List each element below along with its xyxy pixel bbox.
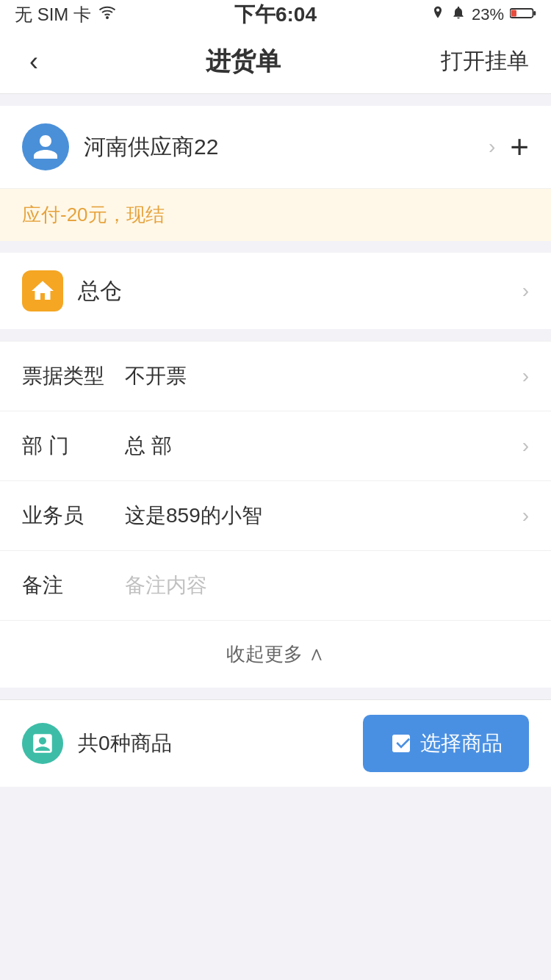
status-left: 无 SIM 卡 [15, 3, 116, 26]
product-count-text: 共0种商品 [78, 729, 363, 757]
department-value: 总 部 [125, 432, 522, 460]
battery-icon [510, 5, 536, 24]
notice-banner: 应付-20元，现结 [0, 189, 551, 241]
add-supplier-button[interactable]: + [510, 131, 529, 163]
department-label: 部 门 [22, 432, 125, 460]
alarm-icon [451, 5, 466, 24]
back-button[interactable]: ‹ [22, 39, 46, 84]
invoice-type-value: 不开票 [125, 362, 522, 390]
svg-rect-3 [511, 10, 517, 17]
nav-title: 进货单 [206, 45, 281, 79]
remark-label: 备注 [22, 572, 125, 599]
status-bar: 无 SIM 卡 下午6:04 23% [0, 0, 551, 29]
page-background [0, 787, 551, 980]
collapse-button[interactable]: 收起更多 ∧ [0, 620, 551, 688]
svg-point-0 [107, 17, 108, 18]
select-product-button[interactable]: 选择商品 [363, 715, 529, 772]
battery-label: 23% [472, 5, 504, 24]
department-row[interactable]: 部 门 总 部 › [0, 411, 551, 480]
supplier-name: 河南供应商22 [84, 132, 489, 162]
warehouse-icon [22, 270, 63, 311]
carrier-label: 无 SIM 卡 [15, 3, 91, 26]
invoice-type-label: 票据类型 [22, 362, 125, 390]
salesperson-label: 业务员 [22, 502, 125, 530]
nav-bar: ‹ 进货单 打开挂单 [0, 29, 551, 94]
status-time: 下午6:04 [234, 1, 317, 29]
salesperson-arrow-icon: › [522, 504, 529, 527]
warehouse-row[interactable]: 总仓 › [0, 253, 551, 329]
supplier-row[interactable]: 河南供应商22 › + [0, 106, 551, 189]
open-pending-button[interactable]: 打开挂单 [441, 46, 529, 76]
invoice-type-row[interactable]: 票据类型 不开票 › [0, 341, 551, 411]
salesperson-row[interactable]: 业务员 这是859的小智 › [0, 480, 551, 550]
bottom-bar: 共0种商品 选择商品 [0, 699, 551, 787]
warehouse-card: 总仓 › [0, 253, 551, 329]
location-icon [431, 5, 445, 24]
remark-row[interactable]: 备注 备注内容 [0, 550, 551, 620]
supplier-card: 河南供应商22 › + 应付-20元，现结 [0, 106, 551, 241]
notice-text: 应付-20元，现结 [22, 203, 165, 226]
section-gap-2 [0, 241, 551, 253]
supplier-arrow-icon: › [489, 135, 495, 159]
warehouse-name: 总仓 [78, 276, 522, 306]
invoice-type-arrow-icon: › [522, 364, 529, 388]
department-arrow-icon: › [522, 434, 529, 458]
wifi-icon [98, 4, 116, 26]
select-product-label: 选择商品 [420, 729, 503, 757]
supplier-avatar [22, 123, 69, 170]
warehouse-arrow-icon: › [522, 279, 529, 303]
section-gap-1 [0, 94, 551, 106]
remark-value[interactable]: 备注内容 [125, 572, 529, 599]
svg-rect-2 [533, 11, 536, 15]
product-count-icon [22, 723, 63, 764]
salesperson-value: 这是859的小智 [125, 502, 522, 530]
form-card: 票据类型 不开票 › 部 门 总 部 › 业务员 这是859的小智 › 备注 备… [0, 341, 551, 688]
status-right: 23% [431, 5, 536, 24]
section-gap-3 [0, 329, 551, 341]
